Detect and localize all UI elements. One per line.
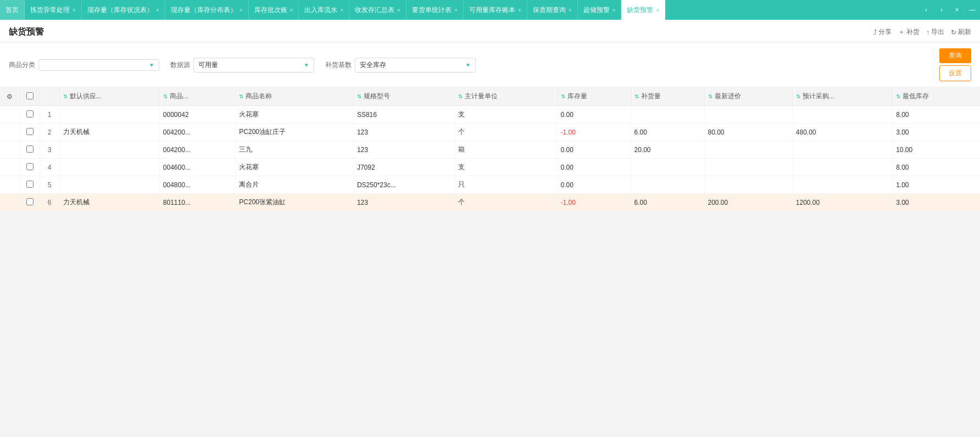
data-table: ⚙ ⇅ 默认供应... ⇅ 商 bbox=[0, 87, 980, 211]
row-num-2: 3 bbox=[40, 141, 59, 159]
table-container: ⚙ ⇅ 默认供应... ⇅ 商 bbox=[0, 87, 980, 211]
close-tab-abnormal[interactable]: × bbox=[73, 7, 76, 13]
nav-tab-stock-status[interactable]: 现存量（库存状况表） × bbox=[82, 0, 165, 20]
nav-arrows: ‹ › × — bbox=[918, 0, 980, 20]
row-checkbox-3[interactable] bbox=[26, 163, 34, 170]
row-gear-5 bbox=[0, 194, 20, 211]
nav-tab-order-stat[interactable]: 要货单统计表 × bbox=[407, 0, 464, 20]
row-code-4: 004800... bbox=[159, 176, 235, 194]
row-unit-2: 箱 bbox=[454, 141, 557, 159]
datasource-select[interactable]: 可用量 ▼ bbox=[193, 58, 314, 72]
row-check-5[interactable] bbox=[20, 194, 40, 211]
th-name[interactable]: ⇅ 商品名称 bbox=[236, 87, 354, 106]
row-replenish-3 bbox=[631, 159, 704, 176]
row-checkbox-0[interactable] bbox=[26, 110, 34, 117]
th-replenish[interactable]: ⇅ 补货量 bbox=[631, 87, 704, 106]
table-row: 2 力天机械 004200... PC200油缸庄子 123 个 -1.00 6… bbox=[0, 124, 980, 141]
nav-tab-receipt[interactable]: 收发存汇总表 × bbox=[349, 0, 407, 20]
row-check-4[interactable] bbox=[20, 176, 40, 194]
close-tab-order-stat[interactable]: × bbox=[454, 7, 458, 13]
sort-icon-stock: ⇅ bbox=[561, 93, 565, 99]
th-min-stock[interactable]: ⇅ 最低库存 bbox=[893, 87, 980, 106]
row-checkbox-4[interactable] bbox=[26, 181, 34, 188]
sort-icon-name: ⇅ bbox=[239, 93, 243, 99]
nav-tab-overstock[interactable]: 超储预警 × bbox=[578, 0, 622, 20]
nav-close-btn[interactable]: × bbox=[949, 0, 965, 20]
row-replenish-1: 6.00 bbox=[631, 124, 704, 141]
category-select[interactable]: ▼ bbox=[38, 59, 159, 71]
th-gear[interactable]: ⚙ bbox=[0, 87, 20, 106]
row-stock-0: 0.00 bbox=[557, 106, 631, 124]
sort-icon-code: ⇅ bbox=[163, 93, 168, 99]
export-icon: ↑ bbox=[926, 29, 929, 36]
row-check-2[interactable] bbox=[20, 141, 40, 159]
row-gear-0 bbox=[0, 106, 20, 124]
nav-tab-stock-dist[interactable]: 现存量（库存分布表） × bbox=[165, 0, 249, 20]
row-check-3[interactable] bbox=[20, 159, 40, 176]
row-checkbox-5[interactable] bbox=[26, 198, 34, 205]
nav-tab-avail-ledger[interactable]: 可用量库存账本 × bbox=[464, 0, 527, 20]
row-unit-5: 个 bbox=[454, 194, 557, 211]
nav-tab-shortage[interactable]: 缺货预警 × bbox=[621, 0, 665, 20]
row-est-purchase-1: 480.00 bbox=[792, 124, 892, 141]
nav-tab-abnormal[interactable]: 拣货异常处理 × bbox=[25, 0, 82, 20]
sort-icon-supplier: ⇅ bbox=[63, 93, 68, 99]
settings-button[interactable]: 设置 bbox=[939, 65, 971, 81]
row-stock-3: 0.00 bbox=[557, 159, 631, 176]
close-tab-receipt[interactable]: × bbox=[397, 7, 400, 13]
share-button[interactable]: ⤴ 分享 bbox=[873, 27, 892, 37]
th-unit[interactable]: ⇅ 主计量单位 bbox=[454, 87, 557, 106]
refresh-button[interactable]: ↻ 刷新 bbox=[951, 27, 971, 37]
table-body: 1 0000042 火花塞 SS816 支 0.00 8.00 2 力天机械 0… bbox=[0, 106, 980, 211]
th-supplier[interactable]: ⇅ 默认供应... bbox=[59, 87, 159, 106]
row-spec-1: 123 bbox=[353, 124, 454, 141]
close-tab-avail-ledger[interactable]: × bbox=[518, 7, 521, 13]
row-num-1: 2 bbox=[40, 124, 59, 141]
row-checkbox-2[interactable] bbox=[26, 145, 34, 153]
replenish-button[interactable]: ＋ 补货 bbox=[898, 27, 920, 37]
close-tab-inout[interactable]: × bbox=[340, 7, 343, 13]
row-gear-1 bbox=[0, 124, 20, 141]
row-spec-4: DS250*23c... bbox=[353, 176, 454, 194]
row-unit-1: 个 bbox=[454, 124, 557, 141]
nav-prev-btn[interactable]: ‹ bbox=[918, 0, 934, 20]
category-arrow-icon: ▼ bbox=[149, 62, 154, 68]
close-tab-stock-dist[interactable]: × bbox=[240, 7, 243, 13]
row-replenish-4 bbox=[631, 176, 704, 194]
row-stock-2: 0.00 bbox=[557, 141, 631, 159]
row-min-stock-2: 10.00 bbox=[893, 141, 980, 159]
sort-icon-unit: ⇅ bbox=[458, 93, 463, 99]
row-min-stock-1: 3.00 bbox=[893, 124, 980, 141]
nav-tab-inout[interactable]: 出入库流水 × bbox=[299, 0, 349, 20]
query-button[interactable]: 查询 bbox=[939, 48, 971, 63]
close-tab-expiry[interactable]: × bbox=[569, 7, 572, 13]
close-tab-overstock[interactable]: × bbox=[612, 7, 616, 13]
filter-bar: 商品分类 ▼ 数据源 可用量 ▼ 补货基数 安全库存 ▼ 查询 bbox=[0, 43, 980, 87]
close-tab-shortage[interactable]: × bbox=[656, 7, 659, 13]
th-stock[interactable]: ⇅ 库存量 bbox=[557, 87, 631, 106]
select-all-checkbox[interactable] bbox=[26, 92, 34, 99]
close-tab-stock-status[interactable]: × bbox=[156, 7, 159, 13]
nav-tab-batch[interactable]: 库存批次账 × bbox=[249, 0, 299, 20]
export-button[interactable]: ↑ 导出 bbox=[926, 27, 944, 37]
nav-tab-home[interactable]: 首页 bbox=[0, 0, 25, 20]
close-tab-batch[interactable]: × bbox=[290, 7, 293, 13]
th-code[interactable]: ⇅ 商品... bbox=[159, 87, 235, 106]
row-check-0[interactable] bbox=[20, 106, 40, 124]
th-est-purchase[interactable]: ⇅ 预计采购... bbox=[792, 87, 892, 106]
nav-next-btn[interactable]: › bbox=[934, 0, 949, 20]
row-check-1[interactable] bbox=[20, 124, 40, 141]
replenish-base-select[interactable]: 安全库存 ▼ bbox=[355, 58, 476, 72]
nav-tab-expiry[interactable]: 保质期查询 × bbox=[527, 0, 578, 20]
row-checkbox-1[interactable] bbox=[26, 128, 34, 135]
table-row: 5 004800... 离合片 DS250*23c... 只 0.00 1.00 bbox=[0, 176, 980, 194]
table-row: 3 004200... 三九 123 箱 0.00 20.00 10.00 bbox=[0, 141, 980, 159]
th-latest-price[interactable]: ⇅ 最新进价 bbox=[704, 87, 792, 106]
table-row: 4 004600... 火花塞 J7092 支 0.00 8.00 bbox=[0, 159, 980, 176]
row-num-0: 1 bbox=[40, 106, 59, 124]
refresh-icon: ↻ bbox=[951, 29, 956, 36]
row-min-stock-3: 8.00 bbox=[893, 159, 980, 176]
top-nav: 首页 拣货异常处理 × 现存量（库存状况表） × 现存量（库存分布表） × 库存… bbox=[0, 0, 980, 20]
th-spec[interactable]: ⇅ 规格型号 bbox=[353, 87, 454, 106]
nav-minimize-btn[interactable]: — bbox=[965, 0, 980, 20]
